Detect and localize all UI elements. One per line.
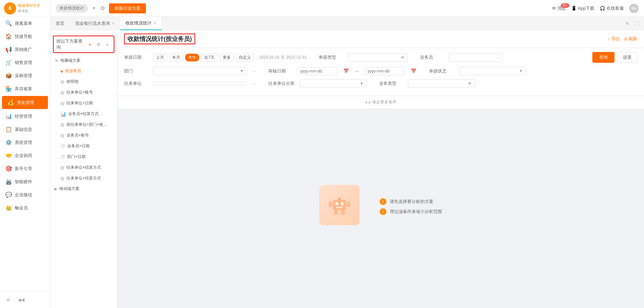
sidebar-item-purchase[interactable]: 📦 采购管理	[0, 69, 50, 82]
partner-more-dots[interactable]: ···	[252, 81, 256, 86]
tabbar-close-btn[interactable]: ✕	[623, 19, 632, 28]
panel-item-label-salesperson-date: 业务员+日期	[67, 143, 90, 149]
panel-item-partner-settle2[interactable]: ⊞ 往来单位+结算方式	[52, 173, 115, 184]
collapse-more-btn[interactable]: ∧∧ 收起更多条件	[365, 99, 396, 105]
panel-item-label-partner-settle1: 往来单位+结算方式	[66, 165, 101, 170]
sidebar-item-operation[interactable]: 📊 经营管理	[0, 110, 50, 123]
refresh-btn[interactable]: ↺ 刷新	[624, 36, 637, 42]
guide-icon: 🎯	[5, 165, 12, 172]
sidebar-item-corp[interactable]: 🤝 企业协同	[0, 149, 50, 162]
review-date-start-cal[interactable]: 📅	[343, 68, 349, 73]
sidebar-item-finance[interactable]: 💰 资金管理	[2, 96, 48, 109]
desktop-section-label: 电脑端方案	[60, 58, 80, 63]
review-date-end-cal[interactable]: 📅	[411, 68, 416, 73]
panel-item-salesperson-settle[interactable]: 📊 业务员+结算方式	[52, 109, 115, 119]
operation-icon: 📊	[5, 113, 12, 119]
panel-add-btn[interactable]: +	[86, 41, 94, 48]
sidebar-item-wechat[interactable]: 💬 企业微信	[0, 188, 50, 201]
collapse-chevron-icon: ∧∧	[365, 100, 371, 105]
settings-bottom-btn[interactable]: ⚙	[3, 295, 13, 305]
svg-rect-5	[338, 198, 341, 200]
trial-btn[interactable]: 体验行业方案	[109, 3, 146, 13]
salesperson-date-icon: ⏱	[60, 144, 65, 149]
sidebar-label-purchase: 采购管理	[15, 73, 32, 79]
robot-illustration	[326, 192, 353, 218]
setting-btn[interactable]: 设置	[617, 52, 637, 63]
sidebar-item-hardware[interactable]: 🖨️ 智能硬件	[0, 175, 50, 188]
sidebar-item-basic[interactable]: 📋 基础信息	[0, 123, 50, 136]
export-icon: ↑	[608, 37, 610, 42]
tab-cashflow[interactable]: 现金银行流水查询 ×	[70, 17, 120, 30]
app-download-btn[interactable]: 📱 App下载	[571, 5, 594, 11]
review-date-end[interactable]	[365, 67, 405, 75]
biz-type-select[interactable]: ▼	[408, 79, 475, 88]
partner-category-select[interactable]: ▼	[300, 79, 367, 88]
panel-item-by-salesperson[interactable]: ● 按业务员	[52, 66, 115, 76]
tab-collection-close[interactable]: ×	[154, 21, 156, 25]
review-date-start[interactable]	[297, 67, 337, 75]
query-btn[interactable]: 查询	[592, 52, 614, 63]
export-label: 导出	[611, 36, 620, 42]
salesperson-select[interactable]: ···	[449, 53, 502, 62]
sidebar-item-guide[interactable]: 🎯 新手引导	[0, 162, 50, 175]
partner-settle1-icon: ⊞	[60, 165, 64, 170]
panel-item-label-partner-dept: 按往来单位+部门+收...	[66, 122, 107, 127]
tab-cashflow-close[interactable]: ×	[112, 21, 114, 26]
dept-select[interactable]: ▼	[153, 67, 247, 75]
action-btn-group: 查询 设置	[592, 52, 637, 63]
panel-item-partner-account[interactable]: ⊞ 往来单位+账号	[52, 87, 115, 98]
tab-collection-label: 收款情况统计	[125, 20, 152, 26]
panel-item-salesperson-account[interactable]: ⊞ 业务员+账号	[52, 130, 115, 141]
partner-select[interactable]	[153, 82, 247, 85]
panel-item-by-detail[interactable]: ⊞ 按明细	[52, 76, 115, 87]
mobile-section-title[interactable]: ▶ 移动端方案	[50, 184, 117, 194]
panel-item-salesperson-date[interactable]: ⏱ 业务员+日期	[52, 141, 115, 151]
message-btn[interactable]: ✉ 消息 99+	[552, 5, 566, 11]
collapse-sidebar-btn[interactable]: ◀◀	[16, 295, 26, 305]
panel-item-partner-date[interactable]: ⊞ 往来单位+日期	[52, 98, 115, 108]
tab-home[interactable]: 首页	[50, 17, 70, 30]
doc-type-select[interactable]: ▼	[347, 53, 408, 62]
svg-rect-2	[335, 202, 338, 205]
sidebar-label-corp: 企业协同	[15, 153, 32, 159]
online-service-btn[interactable]: 🎧 在线客服	[600, 5, 624, 11]
desktop-section-title[interactable]: ▼ 电脑端方案	[50, 56, 117, 65]
tabbar-expand-btn[interactable]: ⛶	[632, 19, 641, 28]
sidebar-item-marketing[interactable]: 📢 营销推广	[0, 43, 50, 56]
sidebar-item-inventory[interactable]: 🏪 库存核算	[0, 82, 50, 95]
date-btn-7days[interactable]: 近7天	[201, 54, 218, 61]
date-btn-custom[interactable]: 自定义	[236, 54, 254, 61]
dept-more-dots[interactable]: ···	[252, 68, 256, 74]
date-btn-prev-month[interactable]: 上月	[153, 54, 167, 61]
page-title: 收款情况统计(按业务员)	[124, 34, 195, 44]
panel-collapse-btn[interactable]: «	[104, 41, 111, 48]
sidebar-item-system[interactable]: ⚙️ 系统管理	[0, 136, 50, 149]
date-btn-this-month[interactable]: 本月	[169, 54, 183, 61]
dept-date-icon: ⏱	[60, 154, 65, 160]
doc-status-select[interactable]: ▼	[459, 67, 526, 75]
empty-illustration	[319, 185, 360, 225]
salesperson-settle-icon: 📊	[60, 111, 66, 117]
panel-item-partner-settle1[interactable]: ⊞ 往来单位+结算方式	[52, 162, 115, 173]
sidebar-item-sales[interactable]: 🛒 销售管理	[0, 56, 50, 69]
topbar-dropdown-arrow[interactable]: ▼	[92, 6, 96, 11]
panel-item-label-partner-settle2: 往来单位+结算方式	[66, 175, 101, 181]
hardware-icon: 🖨️	[5, 178, 12, 185]
sidebar-item-search[interactable]: 🔍 搜索菜单	[0, 17, 50, 30]
desktop-section-arrow: ▼	[54, 58, 58, 63]
partner-settle2-icon: ⊞	[60, 176, 64, 181]
panel-item-dept-date[interactable]: ⏱ 部门+日期	[52, 152, 115, 162]
empty-step-1: 1 请先选择要分析的方案	[380, 198, 442, 205]
date-btn-more[interactable]: 更多	[220, 54, 234, 61]
sidebar-bottom: ⚙ ◀◀	[0, 291, 50, 308]
sidebar-item-quicknav[interactable]: 🏠 快捷导航	[0, 30, 50, 43]
panel-settings-btn[interactable]: ⚙	[95, 41, 102, 48]
export-btn[interactable]: ↑ 导出	[608, 36, 621, 42]
sidebar-item-member[interactable]: 👑 畅会员	[0, 201, 50, 214]
panel-item-partner-dept-collect[interactable]: ⊞ 按往来单位+部门+收...	[52, 119, 115, 130]
user-avatar[interactable]: Rit	[629, 4, 639, 13]
date-btn-this-year[interactable]: 本年	[185, 54, 199, 61]
empty-content: 1 请先选择要分析的方案 2 用过滤条件来缩小分析范围	[319, 185, 442, 232]
topbar-gear-icon[interactable]: ⚙	[100, 5, 105, 11]
tab-collection[interactable]: 收款情况统计 ×	[120, 17, 162, 30]
